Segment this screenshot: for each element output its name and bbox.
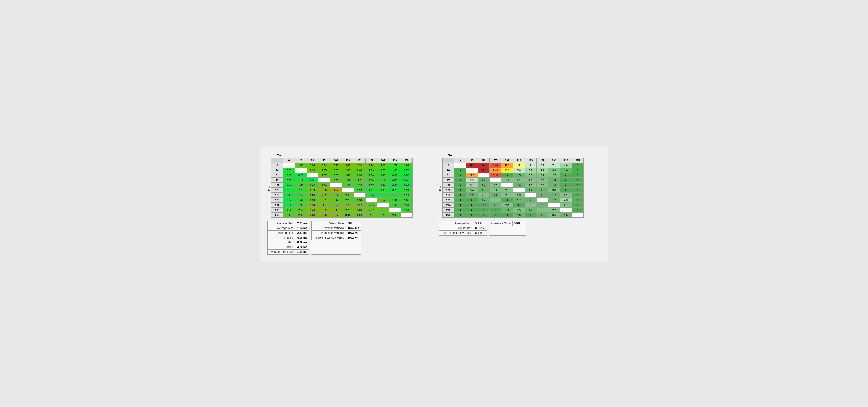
row-header: 128 — [272, 188, 283, 193]
matrix-cell: 3.5 — [548, 213, 560, 218]
matrix-cell: 0.41 — [401, 178, 412, 183]
matrix-cell: 3 — [525, 202, 537, 208]
matrix-cell: 0.73 — [389, 188, 401, 193]
col-header: 179 — [537, 158, 548, 163]
matrix-cell: 19.3 — [501, 168, 513, 173]
matrix-cell: 2.63 — [342, 168, 354, 173]
matrix-cell: 1.18 — [401, 193, 412, 198]
matrix-cell: 0 — [478, 202, 490, 208]
matrix-cell: 0 — [513, 202, 525, 208]
col-header: 102 — [501, 158, 513, 163]
table-row: 15301.22.81.42.12.31.91.72.10 — [442, 193, 584, 198]
stat-value: 1.94 ms — [296, 250, 309, 254]
matrix-cell: 0 — [454, 168, 466, 173]
row-header: 51 — [442, 173, 454, 178]
matrix-cell: 4.6 — [560, 163, 572, 168]
table-row: 1020.61.462.422.641.981.971.671.440.680.… — [272, 183, 412, 188]
matrix-cell: 2.22 — [342, 198, 354, 202]
matrix-cell: 0 — [466, 213, 478, 218]
row-header: 179 — [442, 198, 454, 202]
matrix-cell: 1.53 — [401, 208, 412, 213]
table-row: 02.682.933.043.163.463.322.982.461.711.8… — [272, 163, 412, 168]
overdrive-label: Overdrive Mode — [489, 221, 513, 226]
matrix-cell: 3.01 — [342, 213, 354, 218]
matrix-cell — [501, 183, 513, 188]
row-header: 204 — [442, 202, 454, 208]
matrix-cell: 7.1 — [548, 163, 560, 168]
matrix-cell — [307, 173, 318, 178]
matrix-cell: 2.9 — [537, 208, 548, 213]
matrix-cell: 2.96 — [307, 168, 318, 173]
matrix-cell: 4.22 — [330, 188, 342, 193]
matrix-cell: 3.16 — [330, 163, 342, 168]
matrix-cell: 0 — [501, 198, 513, 202]
matrix-cell: 2.3 — [513, 193, 525, 198]
matrix-cell: 1.17 — [295, 178, 307, 183]
row-header: 230 — [272, 208, 283, 213]
col-header: 51 — [307, 158, 318, 163]
matrix-cell: 0.48 — [283, 193, 295, 198]
matrix-cell: 1.6 — [490, 202, 501, 208]
table-row: 510.810.292.672.332.482.381.981.490.960.… — [272, 173, 412, 178]
matrix-cell: 0 — [560, 188, 572, 193]
row-header: 128 — [442, 188, 454, 193]
matrix-cell: 0 — [560, 183, 572, 188]
matrix-cell: 0 — [572, 202, 584, 208]
matrix-cell: 2.92 — [318, 193, 330, 198]
matrix-cell: 2.13 — [366, 168, 377, 173]
matrix-cell: 2.19 — [283, 213, 295, 218]
row-header: 255 — [442, 213, 454, 218]
stat-label: Average Rise — [268, 226, 296, 231]
matrix-cell: 5.1 — [466, 183, 478, 188]
rt-stats-left: Average G2G2.07 msAverage Rise1.84 msAve… — [268, 221, 309, 255]
matrix-cell: 0 — [454, 193, 466, 198]
matrix-cell: 0 — [454, 202, 466, 208]
col-header: 102 — [330, 158, 342, 163]
col-header: 153 — [525, 158, 537, 163]
matrix-cell: 0 — [572, 178, 584, 183]
matrix-cell: 1.98 — [342, 183, 354, 188]
matrix-cell: 2 — [537, 202, 548, 208]
matrix-cell: 0.61 — [283, 202, 295, 208]
matrix-cell: 3.9 — [548, 168, 560, 173]
stat-value: 100.0 % — [346, 231, 361, 236]
matrix-cell: 1.98 — [366, 173, 377, 178]
matrix-cell: 3.56 — [318, 213, 330, 218]
matrix-cell: 3.54 — [307, 202, 318, 208]
matrix-cell: 1.46 — [295, 183, 307, 188]
stat-value: 100.0 % — [346, 236, 361, 240]
stat-label: Percent In Window — [312, 231, 346, 236]
matrix-cell: 2.8 — [478, 193, 490, 198]
matrix-cell: 1.67 — [389, 202, 401, 208]
matrix-cell: 0.68 — [389, 183, 401, 188]
matrix-cell: 2.48 — [354, 168, 366, 173]
rt-to-label: To — [277, 154, 430, 157]
matrix-cell: 0 — [572, 198, 584, 202]
matrix-cell: 0 — [454, 208, 466, 213]
matrix-cell: 1.5 — [295, 188, 307, 193]
stat-label: Worst Error — [439, 226, 473, 231]
rt-from-label-container: From — [268, 158, 271, 218]
matrix-cell: 2.3 — [354, 178, 366, 183]
table-row: 7709.91.42.92.22.32.81.400 — [442, 178, 584, 183]
os-from-label-container: From — [438, 158, 442, 218]
matrix-cell: 1.4 — [490, 193, 501, 198]
matrix-cell: 2.65 — [366, 202, 377, 208]
row-header: 179 — [272, 198, 283, 202]
row-header: 204 — [272, 202, 283, 208]
matrix-cell: 2.8 — [537, 178, 548, 183]
matrix-cell: 1.96 — [295, 202, 307, 208]
matrix-cell: 2.69 — [342, 193, 354, 198]
matrix-cell: 0 — [454, 183, 466, 188]
table-row: 179001.23.301.721.24.30 — [442, 198, 584, 202]
stat-label: Refresh Window — [312, 226, 346, 231]
os-matrix-area: From 0265177102128153179204230255089.861… — [438, 158, 600, 218]
matrix-cell: 0.52 — [401, 173, 412, 178]
matrix-cell: 89.8 — [466, 163, 478, 168]
matrix-cell: 12 — [513, 163, 525, 168]
matrix-cell: 0.68 — [283, 178, 295, 183]
matrix-cell: 3.3 — [490, 198, 501, 202]
col-header: 0 — [283, 158, 295, 163]
row-header: 0 — [442, 163, 454, 168]
matrix-cell: 0.81 — [283, 173, 295, 178]
